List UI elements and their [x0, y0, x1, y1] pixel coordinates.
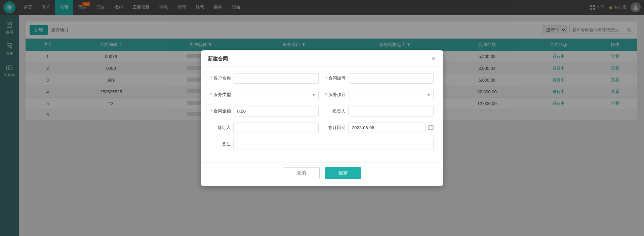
contract-no-label: 合同编号: [325, 75, 346, 81]
confirm-button[interactable]: 确定: [325, 167, 361, 179]
form-group-service-type: 服务类型 ▼: [210, 90, 319, 100]
cancel-button[interactable]: 取消: [283, 167, 320, 179]
dialog-footer: 取消 确定: [201, 162, 443, 186]
contract-no-input[interactable]: [349, 73, 434, 84]
form-group-contract-no: 合同编号: [325, 73, 434, 84]
service-item-select-wrap: ▼: [349, 90, 434, 100]
form-row-2: 服务类型 ▼ 服务项目 ▼: [210, 90, 434, 100]
form-group-remarks: 备注: [210, 139, 434, 149]
form-group-service-item: 服务项目 ▼: [325, 90, 434, 100]
service-type-select-wrap: ▼: [234, 90, 319, 100]
dialog-overlay: 新建合同 ✕ 客户名称 合同编号 服务类型: [0, 0, 644, 236]
form-row-5: 备注: [210, 139, 434, 149]
service-type-label: 服务类型: [210, 92, 231, 98]
contract-amount-input[interactable]: [234, 106, 319, 116]
sign-date-input[interactable]: [348, 123, 426, 133]
remarks-input[interactable]: [233, 139, 434, 149]
form-row-1: 客户名称 合同编号: [210, 73, 434, 84]
calendar-icon[interactable]: [428, 125, 434, 131]
service-item-label: 服务项目: [325, 92, 346, 98]
contract-amount-label: 合同金额: [210, 108, 231, 114]
remarks-label: 备注: [210, 141, 231, 147]
sign-date-label: 签订日期: [325, 125, 346, 131]
form-group-amount: 合同金额: [210, 106, 319, 116]
form-group-signer: 签订人: [210, 123, 319, 133]
form-group-client: 客户名称: [210, 73, 319, 84]
dialog-title: 新建合同: [208, 56, 228, 62]
responsible-label: 负责人: [325, 108, 346, 114]
service-item-input[interactable]: [349, 90, 434, 100]
form-row-3: 合同金额 负责人: [210, 106, 434, 116]
client-name-label: 客户名称: [210, 75, 231, 81]
signer-label: 签订人: [210, 125, 231, 131]
dialog-close-button[interactable]: ✕: [431, 56, 436, 62]
form-group-responsible: 负责人: [325, 106, 434, 116]
form-row-4: 签订人 签订日期: [210, 123, 434, 133]
client-name-input[interactable]: [234, 73, 319, 84]
service-type-input[interactable]: [234, 90, 319, 100]
svg-rect-20: [429, 126, 433, 130]
dialog-header: 新建合同 ✕: [201, 50, 443, 66]
responsible-input[interactable]: [348, 106, 434, 116]
signer-input[interactable]: [233, 123, 319, 133]
new-contract-dialog: 新建合同 ✕ 客户名称 合同编号 服务类型: [201, 50, 443, 186]
dialog-body: 客户名称 合同编号 服务类型 ▼ 服务项目: [201, 66, 443, 162]
form-group-sign-date: 签订日期: [325, 123, 434, 133]
